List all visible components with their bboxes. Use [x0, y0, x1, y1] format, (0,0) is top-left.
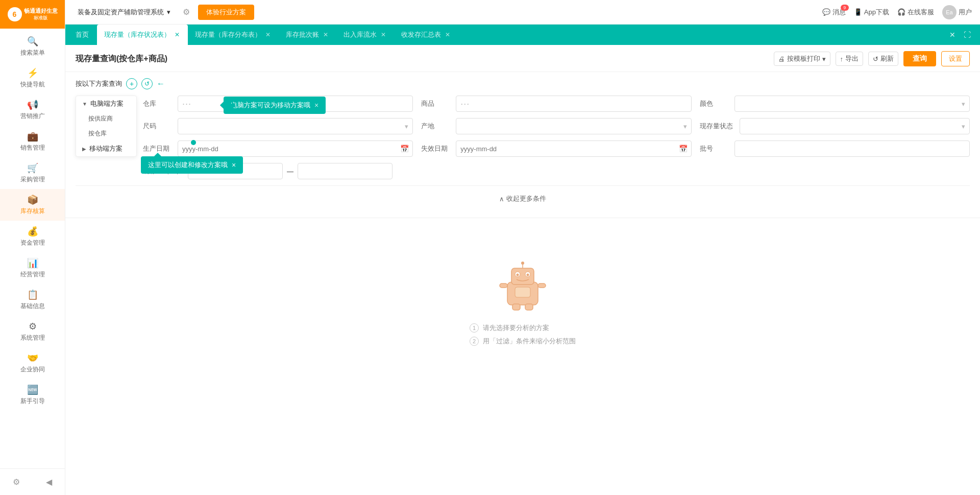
tab-inventory-status[interactable]: 现存量（库存状况表） ✕	[97, 25, 188, 45]
header-gear-btn[interactable]: ⚙	[181, 5, 192, 19]
origin-label: 产地	[421, 122, 452, 131]
tab-receive-summary[interactable]: 收发存汇总表 ✕	[394, 25, 458, 45]
sidebar-item-enterprise[interactable]: 🤝 企业协同	[0, 347, 65, 379]
search-icon: 🔍	[27, 36, 38, 47]
tree-item-supplier-label: 按供应商	[88, 114, 113, 123]
inv-qty-max-input[interactable]	[298, 163, 393, 179]
color-select[interactable]: ▾	[734, 96, 970, 112]
empty-state: 1 请先选择要分析的方案 2 用「过滤」条件来缩小分析范围	[65, 218, 980, 387]
filter-field-size: 尺码 ▾	[143, 118, 413, 134]
sidebar-item-label: 新手引导	[20, 397, 45, 406]
tree-item-desktop-label: 电脑端方案	[90, 99, 124, 108]
prod-date-input[interactable]	[178, 140, 413, 157]
create-tooltip-close[interactable]: ×	[232, 161, 236, 169]
refresh-btn[interactable]: ↺ 刷新	[868, 52, 898, 66]
product-select[interactable]: ···	[456, 96, 691, 112]
connector-dot	[191, 140, 196, 145]
message-badge: 9	[841, 5, 849, 11]
tab-inventory-dist-label: 现存量（库存分布表）	[195, 30, 261, 39]
export-label: 导出	[845, 54, 859, 63]
empty-tip-2: 2 用「过滤」条件来缩小分析范围	[470, 337, 576, 346]
export-btn[interactable]: ↑ 导出	[836, 52, 864, 66]
tab-close-icon[interactable]: ✕	[322, 31, 329, 39]
sidebar-item-guide[interactable]: 🆕 新手引导	[0, 379, 65, 411]
enterprise-icon: 🤝	[27, 352, 38, 364]
batch-input[interactable]	[734, 140, 970, 157]
filter-row-4: 现存量（主） —	[143, 163, 970, 179]
filter-add-btn[interactable]: +	[126, 78, 137, 89]
exp-date-label: 失效日期	[421, 144, 452, 153]
settings-btn[interactable]: 设置	[941, 51, 970, 66]
sidebar-item-operation[interactable]: 📊 经营管理	[0, 252, 65, 284]
sidebar-item-system[interactable]: ⚙ 系统管理	[0, 316, 65, 347]
tab-bar-right: ✕ ⛶	[942, 25, 978, 45]
exp-date-input[interactable]	[456, 140, 691, 157]
filter-field-prod-date: 生产日期 📅	[143, 140, 413, 157]
chevron-down-icon-size: ▾	[405, 123, 408, 130]
sidebar-item-inventory[interactable]: 📦 库存核算	[0, 189, 65, 221]
tab-close-icon[interactable]: ✕	[380, 31, 387, 39]
filter-field-inv-status: 现存量状态 ▾	[700, 118, 970, 134]
tree-item-desktop[interactable]: ▼ 电脑端方案	[76, 96, 136, 111]
sidebar-menu: 🔍 搜索菜单 ⚡ 快捷导航 📢 营销推广 💼 销售管理 🛒 采购管理 📦 库存核…	[0, 29, 65, 468]
tree-item-by-warehouse[interactable]: 按仓库	[76, 126, 136, 141]
sidebar-settings-btn[interactable]: ⚙	[9, 475, 24, 489]
color-label: 颜色	[700, 99, 730, 108]
app-download-action[interactable]: 📱 App下载	[854, 8, 889, 17]
sidebar-item-label: 搜索菜单	[20, 49, 45, 57]
chevron-down-icon: ▾	[822, 55, 826, 63]
sidebar-item-sales[interactable]: 💼 销售管理	[0, 126, 65, 157]
svg-rect-7	[538, 284, 546, 288]
tree-item-by-supplier[interactable]: 按供应商	[76, 111, 136, 126]
scheme-mobile-tooltip-close[interactable]: ×	[314, 101, 318, 109]
inv-status-select[interactable]: ▾	[740, 118, 970, 134]
origin-select[interactable]: ▾	[456, 118, 691, 134]
refresh-icon: ↺	[873, 55, 878, 63]
sidebar-item-label: 快捷导航	[20, 80, 45, 89]
message-action[interactable]: 💬 消息 9	[822, 8, 846, 17]
content-area: 现存量查询(按仓库+商品) 🖨 按模板打印 ▾ ↑ 导出 ↺ 刷新	[65, 45, 980, 495]
filter-dots-1: ···	[182, 99, 191, 109]
tip-text-2: 用「过滤」条件来缩小分析范围	[483, 337, 576, 346]
chevron-down-icon-origin: ▾	[683, 123, 687, 130]
system-name: 装备及固定资产辅助管理系统	[78, 8, 164, 17]
logo-badge: 标准版	[24, 15, 58, 21]
sidebar-item-marketing[interactable]: 📢 营销推广	[0, 94, 65, 126]
print-template-btn[interactable]: 🖨 按模板打印 ▾	[774, 52, 830, 66]
tab-fullscreen-btn[interactable]: ⛶	[961, 29, 974, 41]
query-btn[interactable]: 查询	[903, 51, 936, 66]
filter-back-btn[interactable]: ←	[157, 79, 165, 88]
system-icon: ⚙	[29, 321, 37, 332]
exp-date-wrapper: 📅	[456, 140, 691, 157]
tab-close-icon[interactable]: ✕	[444, 31, 451, 39]
tab-close-icon[interactable]: ✕	[174, 31, 181, 39]
tab-in-out-flow[interactable]: 出入库流水 ✕	[336, 25, 394, 45]
tab-close-icon[interactable]: ✕	[264, 31, 272, 39]
user-action[interactable]: Ea 用户	[942, 5, 972, 19]
tab-close-all-btn[interactable]: ✕	[946, 29, 959, 41]
sidebar-item-finance[interactable]: 💰 资金管理	[0, 221, 65, 252]
triangle-icon: ▼	[82, 101, 87, 107]
system-selector[interactable]: 装备及固定资产辅助管理系统 ▾	[74, 6, 175, 19]
refresh-label: 刷新	[880, 54, 894, 63]
online-service-action[interactable]: 🎧 在线客服	[897, 8, 934, 17]
sidebar-item-quick-nav[interactable]: ⚡ 快捷导航	[0, 62, 65, 94]
sidebar-item-label: 系统管理	[20, 334, 45, 342]
sidebar-collapse-btn[interactable]: ◀	[42, 475, 56, 489]
size-select[interactable]: ▾	[178, 118, 413, 134]
triangle-right-icon: ▶	[82, 146, 86, 152]
tab-inventory-dist[interactable]: 现存量（库存分布表） ✕	[188, 25, 279, 45]
trial-btn[interactable]: 体验行业方案	[198, 5, 254, 20]
sidebar-item-purchase[interactable]: 🛒 采购管理	[0, 157, 65, 189]
sidebar-item-basic[interactable]: 📋 基础信息	[0, 284, 65, 316]
tab-batch-account[interactable]: 库存批次账 ✕	[279, 25, 336, 45]
tree-item-mobile[interactable]: ▶ 移动端方案	[76, 141, 136, 156]
range-dash: —	[287, 168, 293, 175]
collapse-btn[interactable]: ∧ 收起更多条件	[76, 190, 970, 207]
chevron-up-icon: ∧	[499, 195, 504, 203]
tab-home[interactable]: 首页	[67, 25, 97, 45]
filter-refresh-btn[interactable]: ↺	[141, 78, 153, 89]
message-icon: 💬	[822, 8, 830, 16]
tree-item-mobile-label: 移动端方案	[89, 144, 122, 153]
sidebar-item-search[interactable]: 🔍 搜索菜单	[0, 31, 65, 62]
